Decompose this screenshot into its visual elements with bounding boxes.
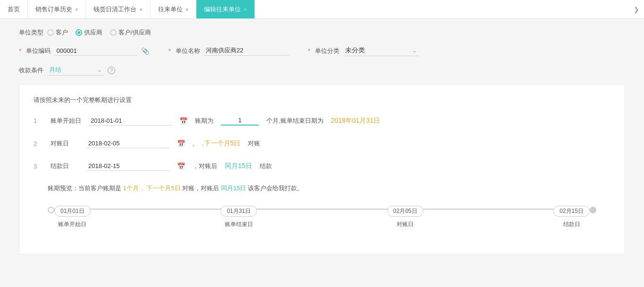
classify-value: 未分类: [345, 46, 365, 55]
name-required: *: [168, 47, 170, 55]
period-label-3: 结款日: [51, 162, 79, 170]
code-input[interactable]: [54, 46, 137, 56]
tab-home-label: 首页: [8, 5, 20, 14]
payment-label: 收款条件: [19, 66, 43, 75]
period-row-3: 3 结款日 📅 ，对账后 同月15日 结款: [34, 161, 610, 171]
period-date-input-3[interactable]: [86, 161, 169, 171]
preview-suffix: 该客户会给我打款。: [248, 185, 303, 192]
timeline-label-3: 对账日: [397, 220, 414, 228]
tabs-more-button[interactable]: ❯: [629, 6, 644, 13]
tab-sales-history[interactable]: 销售订单历史 ×: [28, 0, 86, 18]
tab-partners-close[interactable]: ×: [186, 7, 188, 12]
period-month-input[interactable]: [221, 116, 259, 126]
classify-label: 单位分类: [315, 47, 339, 55]
timeline-wrapper: 01月01日 账单开始日 01月31日 账单结束日 02月05日 对账日: [34, 206, 610, 243]
payment-row: 收款条件 月结 ⌄ ?: [19, 65, 625, 76]
period-num-2: 2: [34, 140, 43, 147]
unit-type-radio-group: 客户 供应商 客户/供应商: [47, 28, 151, 37]
unit-type-label: 单位类型: [19, 28, 43, 37]
period-date-input-1[interactable]: [89, 116, 172, 126]
period-row3-suffix2: 结款: [260, 162, 272, 170]
period-num-3: 3: [34, 163, 43, 170]
period-end-date-highlight: 2018年01月31日: [331, 117, 380, 125]
timeline-badge-2: 01月31日: [220, 206, 257, 217]
period-row3-highlight: 同月15日: [225, 162, 252, 170]
name-input[interactable]: [204, 46, 289, 56]
timeline-badge-4: 02月15日: [553, 206, 590, 217]
period-label-1: 账单开始日: [51, 117, 81, 125]
timeline-start-dot: [48, 207, 54, 213]
period-card-title: 请按照未来的一个完整帐期进行设置: [34, 96, 610, 104]
radio-supplier[interactable]: 供应商: [76, 28, 102, 37]
code-required: *: [19, 47, 21, 55]
timeline-label-4: 结款日: [563, 220, 580, 228]
preview-middle: 对账，对账后: [182, 185, 219, 192]
period-row-2: 2 对账日 📅 , ,下一个月5日 对账: [34, 139, 610, 148]
tabs-bar: 首页 销售订单历史 × 钱货日清工作台 × 往来单位 × 编辑往来单位 × ❯: [0, 0, 644, 19]
tab-home[interactable]: 首页: [0, 0, 28, 18]
radio-both[interactable]: 客户/供应商: [110, 28, 151, 37]
period-suffix-1: 账期为: [195, 117, 213, 125]
radio-customer-label: 客户: [56, 28, 68, 37]
radio-supplier-circle: [76, 29, 82, 36]
period-row-1: 1 账单开始日 📅 账期为 个月,账单结束日期为 2018年01月31日: [34, 116, 610, 126]
classify-dropdown[interactable]: 未分类 ⌄: [343, 45, 419, 56]
period-row3-suffix: ，对账后: [193, 162, 217, 170]
timeline-badge-3: 02月05日: [387, 206, 424, 217]
timeline-node-4: 02月15日 结款日: [553, 206, 590, 228]
name-label: 单位名称: [176, 47, 200, 55]
period-row2-highlight: ,下一个月5日: [202, 139, 241, 148]
radio-both-label: 客户/供应商: [119, 28, 151, 37]
tab-cash-work-close[interactable]: ×: [139, 7, 142, 12]
preview-prefix: 账期预览：当前客户账期是: [48, 185, 121, 192]
period-card: 请按照未来的一个完整帐期进行设置 1 账单开始日 📅 账期为 个月,账单结束日期…: [19, 84, 625, 254]
radio-customer-circle: [47, 29, 54, 36]
tab-cash-work-label: 钱货日清工作台: [93, 5, 136, 14]
code-name-row: * 单位编码 📎 * 单位名称 * 单位分类 未分类 ⌄: [19, 45, 625, 56]
calendar-icon-3[interactable]: 📅: [177, 162, 185, 170]
calendar-icon-1[interactable]: 📅: [179, 117, 187, 125]
tab-partners[interactable]: 往来单位 ×: [151, 0, 196, 18]
timeline-label-1: 账单开始日: [58, 220, 86, 228]
unit-type-row: 单位类型 客户 供应商 客户/供应商: [19, 28, 625, 37]
code-field: * 单位编码 📎: [19, 46, 149, 56]
main-content: 单位类型 客户 供应商 客户/供应商 * 单位编码: [0, 19, 644, 287]
timeline-node-3: 02月05日 对账日: [387, 206, 424, 228]
period-row2-suffix2: 对账: [248, 139, 260, 148]
classify-arrow-icon: ⌄: [412, 47, 417, 54]
payment-value: 月结: [49, 66, 95, 74]
preview-part2: 下一个月5日: [146, 185, 180, 192]
tab-sales-history-close[interactable]: ×: [75, 7, 78, 12]
timeline-end-dot: [590, 207, 596, 213]
timeline-node-2: 01月31日 账单结束日: [220, 206, 257, 228]
encode-icon[interactable]: 📎: [141, 47, 149, 55]
preview-text: 账期预览：当前客户账期是 1个月， 下一个月5日 对账，对账后 同月15日 该客…: [34, 184, 610, 193]
period-label-2: 对账日: [51, 139, 79, 148]
tab-cash-work[interactable]: 钱货日清工作台 ×: [86, 0, 150, 18]
period-date-input-2[interactable]: [86, 139, 169, 148]
preview-part3: 同月15日: [221, 185, 246, 192]
payment-dropdown[interactable]: 月结 ⌄: [47, 65, 104, 76]
classify-required: *: [308, 47, 310, 55]
timeline-label-2: 账单结束日: [225, 220, 253, 228]
classify-field: * 单位分类 未分类 ⌄: [308, 45, 419, 56]
period-num-1: 1: [34, 117, 43, 124]
unit-type-field: 单位类型 客户 供应商 客户/供应商: [19, 28, 151, 37]
period-row2-prefix: ,: [193, 140, 195, 147]
tab-edit-partner[interactable]: 编辑往来单位 ×: [196, 0, 254, 18]
payment-arrow-icon: ⌄: [97, 67, 102, 73]
help-icon[interactable]: ?: [108, 67, 115, 74]
preview-part1: 1个月，: [123, 185, 145, 192]
radio-both-circle: [110, 29, 117, 36]
payment-field: 收款条件 月结 ⌄ ?: [19, 65, 115, 76]
tab-sales-history-label: 销售订单历史: [35, 5, 72, 14]
calendar-icon-2[interactable]: 📅: [177, 140, 185, 147]
timeline-badge-1: 01月01日: [54, 206, 91, 217]
tab-partners-label: 往来单位: [158, 5, 183, 14]
radio-supplier-label: 供应商: [84, 28, 102, 37]
code-label: 单位编码: [26, 47, 51, 55]
radio-customer[interactable]: 客户: [47, 28, 68, 37]
tab-edit-partner-close[interactable]: ×: [244, 7, 246, 12]
name-field: * 单位名称: [168, 46, 288, 56]
period-month-suffix-1: 个月,账单结束日期为: [266, 117, 323, 125]
